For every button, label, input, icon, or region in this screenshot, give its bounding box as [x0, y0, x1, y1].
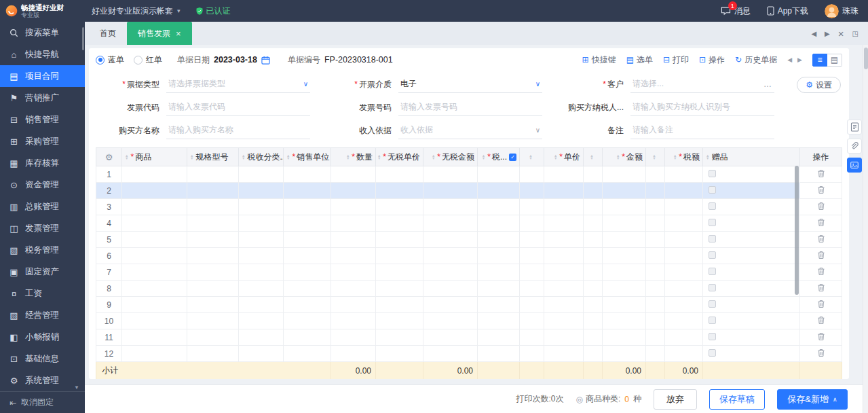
- grid-cell[interactable]: [478, 346, 520, 362]
- grid-cell[interactable]: [239, 232, 284, 248]
- table-row[interactable]: 9: [96, 297, 842, 313]
- sidebar-item-funds-mgmt[interactable]: ⊙资金管理: [0, 174, 85, 196]
- grid-cell[interactable]: [520, 166, 544, 183]
- grid-cell[interactable]: [122, 281, 187, 297]
- grid-cell[interactable]: [331, 329, 376, 346]
- print-button[interactable]: ⊟打印: [663, 54, 689, 66]
- grid-cell[interactable]: [603, 183, 646, 199]
- grid-cell[interactable]: [376, 346, 423, 362]
- sidebar-item-business-mgmt[interactable]: ▨经营管理: [0, 304, 85, 326]
- grid-cell[interactable]: [376, 183, 423, 199]
- grid-cell[interactable]: [603, 264, 646, 281]
- grid-cell[interactable]: [520, 232, 544, 248]
- grid-cell[interactable]: [584, 297, 603, 313]
- grid-cell[interactable]: [187, 166, 239, 183]
- gift-checkbox[interactable]: [709, 235, 716, 243]
- sidebar-item-tax-mgmt[interactable]: ▧税务管理: [0, 239, 85, 261]
- sort-icon[interactable]: ▲▼: [554, 154, 557, 160]
- table-row[interactable]: 3: [96, 199, 842, 215]
- column-header[interactable]: ▲▼*数量: [331, 148, 376, 166]
- grid-cell[interactable]: [284, 248, 331, 264]
- sidebar-item-fixed-assets[interactable]: ▣固定资产: [0, 261, 85, 283]
- remark-input[interactable]: 请输入备注: [630, 122, 774, 139]
- grid-cell[interactable]: [187, 329, 239, 346]
- sidebar-item-general-ledger[interactable]: ▥总账管理: [0, 196, 85, 217]
- table-row[interactable]: 8: [96, 281, 842, 297]
- invoice-code-input[interactable]: 请输入发票代码: [166, 98, 310, 116]
- grid-cell[interactable]: [423, 215, 478, 232]
- grid-cell[interactable]: [187, 264, 239, 281]
- tab-home[interactable]: 首页: [89, 22, 127, 45]
- grid-cell[interactable]: [603, 297, 646, 313]
- grid-cell[interactable]: [520, 183, 544, 199]
- grid-cell[interactable]: [284, 329, 331, 346]
- grid-cell[interactable]: [665, 281, 703, 297]
- grid-cell[interactable]: [284, 166, 331, 183]
- grid-cell[interactable]: [331, 264, 376, 281]
- grid-cell[interactable]: [544, 329, 584, 346]
- grid-cell[interactable]: [376, 215, 423, 232]
- grid-cell[interactable]: [284, 183, 331, 199]
- grid-cell[interactable]: [284, 346, 331, 362]
- grid-cell[interactable]: [423, 346, 478, 362]
- list-view-button[interactable]: ≡: [812, 54, 827, 67]
- nav-scroll-down-icon[interactable]: ▼: [74, 384, 79, 391]
- grid-cell[interactable]: [187, 346, 239, 362]
- gift-checkbox[interactable]: [709, 219, 716, 226]
- grid-cell[interactable]: [544, 166, 584, 183]
- sort-icon[interactable]: ▲▼: [616, 154, 620, 160]
- grid-cell[interactable]: [331, 297, 376, 313]
- delete-row-button[interactable]: [800, 313, 842, 329]
- delete-row-button[interactable]: [800, 232, 842, 248]
- grid-cell[interactable]: [665, 232, 703, 248]
- grid-cell[interactable]: [544, 346, 584, 362]
- grid-cell[interactable]: [478, 264, 520, 281]
- grid-cell[interactable]: [376, 248, 423, 264]
- grid-cell[interactable]: [646, 313, 665, 329]
- grid-cell[interactable]: [331, 281, 376, 297]
- grid-cell[interactable]: [665, 313, 703, 329]
- gift-checkbox[interactable]: [709, 349, 716, 357]
- grid-cell[interactable]: [423, 166, 478, 183]
- grid-cell[interactable]: [603, 346, 646, 362]
- grid-cell[interactable]: [331, 215, 376, 232]
- grid-cell[interactable]: [584, 232, 603, 248]
- grid-cell[interactable]: [239, 346, 284, 362]
- grid-cell[interactable]: [284, 281, 331, 297]
- buyer-tax-no-input[interactable]: 请输入购买方纳税人识别号: [630, 98, 774, 116]
- grid-cell[interactable]: [122, 215, 187, 232]
- grid-cell[interactable]: [284, 313, 331, 329]
- delete-row-button[interactable]: [800, 199, 842, 215]
- column-header[interactable]: ▲▼*无税金额: [423, 148, 478, 166]
- grid-cell[interactable]: [478, 166, 520, 183]
- column-header[interactable]: ▲▼税收分类...: [239, 148, 284, 166]
- grid-cell[interactable]: [187, 215, 239, 232]
- grid-cell[interactable]: [646, 248, 665, 264]
- history-docs-button[interactable]: ↻历史单据: [735, 54, 777, 66]
- grid-cell[interactable]: [584, 183, 603, 199]
- table-row[interactable]: 1: [96, 166, 842, 183]
- lookup-ellipsis-icon[interactable]: …: [763, 79, 772, 89]
- grid-cell[interactable]: [520, 248, 544, 264]
- gift-checkbox[interactable]: [709, 333, 716, 340]
- table-row[interactable]: 2: [96, 183, 842, 199]
- sort-icon[interactable]: ▲▼: [529, 154, 532, 160]
- delete-row-button[interactable]: [800, 215, 842, 232]
- table-row[interactable]: 7: [96, 264, 842, 281]
- sort-icon[interactable]: ▲▼: [652, 154, 656, 160]
- gift-checkbox[interactable]: [709, 284, 716, 291]
- app-download-button[interactable]: App下载: [767, 5, 808, 17]
- form-view-button[interactable]: ▤: [827, 54, 842, 67]
- pick-order-button[interactable]: ▤选单: [626, 54, 653, 66]
- radio-blue-invoice[interactable]: 蓝单: [96, 54, 124, 66]
- table-row[interactable]: 12: [96, 346, 842, 362]
- grid-cell[interactable]: [376, 281, 423, 297]
- grid-cell[interactable]: [331, 183, 376, 199]
- grid-cell[interactable]: [478, 199, 520, 215]
- grid-cell[interactable]: [423, 329, 478, 346]
- delete-row-button[interactable]: [800, 329, 842, 346]
- delete-row-button[interactable]: [800, 264, 842, 281]
- close-all-tabs-icon[interactable]: ×: [838, 28, 844, 39]
- sidebar-item-sales-mgmt[interactable]: ⊟销售管理: [0, 109, 85, 130]
- gift-checkbox[interactable]: [709, 186, 716, 194]
